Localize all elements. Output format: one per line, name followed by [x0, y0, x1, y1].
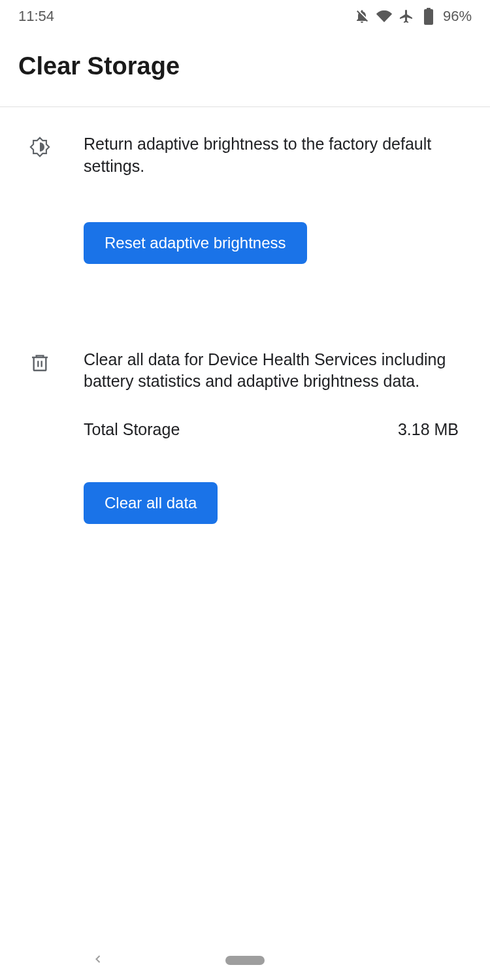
storage-row: Total Storage 3.18 MB [84, 420, 459, 439]
section-adaptive-body: Return adaptive brightness to the factor… [84, 133, 472, 264]
dnd-off-icon [354, 8, 370, 24]
wifi-icon [376, 8, 392, 24]
status-bar: 11:54 96% [0, 0, 490, 33]
back-icon[interactable] [91, 953, 105, 968]
total-storage-value: 3.18 MB [398, 420, 459, 439]
reset-adaptive-brightness-button[interactable]: Reset adaptive brightness [84, 222, 307, 264]
trash-icon [29, 351, 51, 374]
svg-rect-1 [424, 9, 433, 25]
clear-all-data-button[interactable]: Clear all data [84, 482, 218, 524]
section-adaptive-brightness: Return adaptive brightness to the factor… [0, 107, 490, 264]
navigation-bar [0, 941, 490, 980]
clear-data-description: Clear all data for Device Health Service… [84, 349, 459, 393]
main-content: Return adaptive brightness to the factor… [0, 107, 490, 524]
status-icons-right: 96% [354, 8, 472, 25]
airplane-mode-icon [399, 8, 414, 24]
section-clear-data: Clear all data for Device Health Service… [0, 323, 490, 525]
section-clear-body: Clear all data for Device Health Service… [84, 349, 472, 525]
home-pill[interactable] [225, 956, 265, 965]
page-title: Clear Storage [18, 52, 472, 80]
status-time: 11:54 [18, 8, 54, 25]
battery-percent: 96% [443, 8, 472, 25]
page-header: Clear Storage [0, 33, 490, 106]
adaptive-brightness-description: Return adaptive brightness to the factor… [84, 133, 459, 178]
total-storage-label: Total Storage [84, 420, 180, 439]
brightness-icon [29, 136, 51, 158]
battery-icon [421, 8, 436, 24]
